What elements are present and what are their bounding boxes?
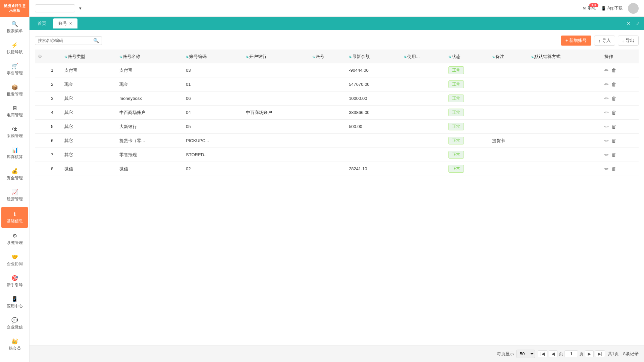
col-type[interactable]: ⇅账号类型 xyxy=(62,50,117,63)
sidebar-label-vip-member: 畅会员 xyxy=(9,346,21,351)
cell-name-4: 大新银行 xyxy=(117,120,183,134)
tab-bar: 首页账号✕ ✕ ⤢ xyxy=(30,17,644,30)
cell-account-2 xyxy=(310,92,346,106)
cell-name-1: 现金 xyxy=(117,77,183,92)
message-button[interactable]: ✉ 消息 99+ xyxy=(583,5,596,11)
sidebar-label-wholesale-mgmt: 批发管理 xyxy=(7,92,23,97)
sidebar-item-app-center[interactable]: 📱应用中心 xyxy=(0,292,29,313)
cell-gear-1 xyxy=(35,77,48,92)
tab-close-account[interactable]: ✕ xyxy=(69,21,72,26)
cell-bank-0 xyxy=(243,63,310,77)
delete-icon-6[interactable]: 🗑 xyxy=(611,152,616,158)
search-icon[interactable]: 🔍 xyxy=(93,38,99,43)
pagination: 每页显示 50 10 20 100 |◀ ◀ 页 页 ▶ ▶| 共1页，8条记录 xyxy=(30,345,644,362)
edit-icon-5[interactable]: ✏ xyxy=(604,138,609,144)
cell-status-0: 正常 xyxy=(446,63,490,77)
edit-icon-2[interactable]: ✏ xyxy=(604,96,609,102)
sidebar-item-search-menu[interactable]: 🔍搜索菜单 xyxy=(0,17,29,38)
table-settings-icon[interactable]: ⚙ xyxy=(38,54,42,59)
page-of-label: 页 xyxy=(579,351,584,357)
col-remark[interactable]: ⇅备注 xyxy=(489,50,528,63)
sidebar-item-basic-info[interactable]: ℹ基础信息 xyxy=(1,207,28,228)
delete-icon-2[interactable]: 🗑 xyxy=(611,96,616,101)
edit-icon-3[interactable]: ✏ xyxy=(604,110,609,116)
cell-bank-6 xyxy=(243,148,310,162)
edit-icon-6[interactable]: ✏ xyxy=(604,152,609,158)
sidebar-item-quick-nav[interactable]: ⚡快捷导航 xyxy=(0,38,29,59)
cell-num-4: 5 xyxy=(48,120,62,134)
sidebar-label-ops-mgmt: 经营管理 xyxy=(7,196,23,202)
cell-action-7: ✏ 🗑 xyxy=(602,162,639,176)
delete-icon-5[interactable]: 🗑 xyxy=(611,138,616,143)
page-content: 🔍 + 新增账号 ↑ 导入 ↓ 导出 ⚙ xyxy=(30,30,644,345)
sidebar-label-new-guide: 新手引导 xyxy=(7,282,23,288)
page-size-select[interactable]: 50 10 20 100 xyxy=(516,350,535,358)
cell-type-6: 其它 xyxy=(62,148,117,162)
sidebar-item-ecommerce-mgmt[interactable]: 🖥电商管理 xyxy=(0,101,29,122)
sidebar-item-finance-mgmt[interactable]: 💰资金管理 xyxy=(0,164,29,185)
cell-account-7 xyxy=(310,162,346,176)
sidebar-item-enterprise-wechat[interactable]: 💬企业微信 xyxy=(0,313,29,334)
cell-balance-1: 547670.00 xyxy=(346,77,401,92)
cell-action-5: ✏ 🗑 xyxy=(602,134,639,148)
header-search-input[interactable] xyxy=(35,4,75,12)
sidebar-item-enterprise-agreement[interactable]: 🤝企业协同 xyxy=(0,250,29,271)
search-input[interactable] xyxy=(38,38,91,43)
cell-type-4: 其它 xyxy=(62,120,117,134)
logo-text-bottom: 乐意版 xyxy=(9,8,20,13)
sidebar-item-retail-mgmt[interactable]: 🛒零售管理 xyxy=(0,59,29,80)
col-default-settle[interactable]: ⇅默认结算方式 xyxy=(528,50,602,63)
sidebar-item-purchase-mgmt[interactable]: 🛍采购管理 xyxy=(0,122,29,143)
cell-code-5: PICKUPC... xyxy=(183,134,243,148)
sidebar-item-sys-mgmt[interactable]: ⚙系统管理 xyxy=(0,229,29,250)
first-page-button[interactable]: |◀ xyxy=(538,350,547,357)
sidebar-item-new-guide[interactable]: 🎯新手引导 xyxy=(0,271,29,292)
col-balance[interactable]: ⇅最新余额 xyxy=(346,50,401,63)
export-button[interactable]: ↓ 导出 xyxy=(618,36,639,46)
close-tab-action[interactable]: ✕ xyxy=(625,19,632,27)
page-input[interactable] xyxy=(565,350,578,357)
cell-type-3: 其它 xyxy=(62,106,117,120)
cell-balance-0: -90444.00 xyxy=(346,63,401,77)
delete-icon-3[interactable]: 🗑 xyxy=(611,110,616,115)
sidebar-item-ops-mgmt[interactable]: 📈经营管理 xyxy=(0,185,29,206)
per-page-label: 每页显示 xyxy=(497,351,514,357)
import-label: 导入 xyxy=(602,38,611,44)
avatar[interactable] xyxy=(628,3,639,14)
col-account[interactable]: ⇅账号 xyxy=(310,50,346,63)
header-dropdown[interactable]: ▾ xyxy=(79,6,82,11)
delete-icon-0[interactable]: 🗑 xyxy=(611,67,616,73)
edit-icon-7[interactable]: ✏ xyxy=(604,166,609,172)
cell-balance-7: 28241.10 xyxy=(346,162,401,176)
sidebar-label-quick-nav: 快捷导航 xyxy=(7,49,23,55)
edit-icon-0[interactable]: ✏ xyxy=(604,67,609,73)
delete-icon-4[interactable]: 🗑 xyxy=(611,124,616,129)
sidebar-item-vip-member[interactable]: 👑畅会员 xyxy=(0,334,29,355)
cell-remark-2 xyxy=(489,92,528,106)
tab-actions: ✕ ⤢ xyxy=(625,19,641,27)
col-name[interactable]: ⇅账号名称 xyxy=(117,50,183,63)
tab-account[interactable]: 账号✕ xyxy=(53,18,77,28)
add-account-button[interactable]: + 新增账号 xyxy=(561,36,591,46)
edit-icon-4[interactable]: ✏ xyxy=(604,124,609,130)
sidebar-item-wholesale-mgmt[interactable]: 📦批发管理 xyxy=(0,80,29,101)
next-page-button[interactable]: ▶ xyxy=(585,350,594,357)
page-size-wrap: 每页显示 50 10 20 100 xyxy=(497,350,535,358)
edit-icon-1[interactable]: ✏ xyxy=(604,81,609,87)
cell-num-3: 4 xyxy=(48,106,62,120)
col-status[interactable]: ⇅状态 xyxy=(446,50,490,63)
col-usage[interactable]: ⇅使用... xyxy=(401,50,445,63)
chevron-down-icon: ▾ xyxy=(79,6,82,11)
app-download-button[interactable]: 📱 App下载 xyxy=(601,5,623,11)
import-button[interactable]: ↑ 导入 xyxy=(594,36,615,46)
prev-page-button[interactable]: ◀ xyxy=(549,350,557,357)
delete-icon-7[interactable]: 🗑 xyxy=(611,166,616,172)
vip-member-icon: 👑 xyxy=(11,338,18,345)
col-code[interactable]: ⇅账号编码 xyxy=(183,50,243,63)
col-bank[interactable]: ⇅开户银行 xyxy=(243,50,310,63)
sidebar-item-inventory-check[interactable]: 📊库存核算 xyxy=(0,143,29,164)
tab-home[interactable]: 首页 xyxy=(32,18,52,28)
delete-icon-1[interactable]: 🗑 xyxy=(611,81,616,87)
last-page-button[interactable]: ▶| xyxy=(595,350,605,357)
maximize-tab-action[interactable]: ⤢ xyxy=(635,19,641,27)
